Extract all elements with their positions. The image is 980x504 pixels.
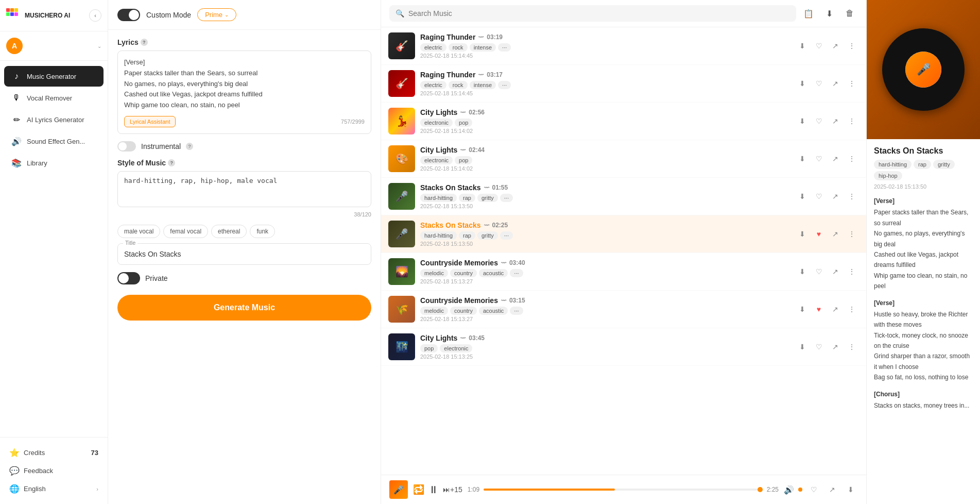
track-download-button[interactable]: ⬇: [795, 227, 810, 241]
track-share-button[interactable]: ↗: [828, 152, 843, 166]
waveform-icon: 〰: [501, 298, 506, 304]
track-item[interactable]: 🎤 Stacks On Stacks 〰 02:25 hard-hitting …: [381, 215, 866, 253]
track-share-button[interactable]: ↗: [828, 189, 843, 204]
track-more-button[interactable]: ⋮: [845, 152, 859, 166]
track-like-button[interactable]: ♥: [812, 302, 826, 316]
track-more-button[interactable]: ⋮: [845, 189, 859, 204]
track-item[interactable]: 🎸 Raging Thunder 〰 03:19 electric rock i…: [381, 27, 866, 65]
track-share-button[interactable]: ↗: [828, 340, 843, 354]
track-like-button[interactable]: ♡: [812, 152, 826, 166]
track-download-button[interactable]: ⬇: [795, 340, 810, 354]
tag-femal-vocal[interactable]: femal vocal: [163, 225, 208, 238]
track-more-button[interactable]: ⋮: [845, 114, 859, 128]
nav-item-library[interactable]: 📚 Library: [4, 153, 104, 173]
track-share-button[interactable]: ↗: [828, 264, 843, 279]
track-name: Stacks On Stacks 〰 01:55: [420, 183, 790, 192]
clipboard-icon[interactable]: 📋: [800, 5, 817, 22]
pause-button[interactable]: ⏸: [428, 484, 439, 496]
track-item[interactable]: 🌃 City Lights 〰 03:45 pop electronic 202…: [381, 328, 866, 366]
feedback-item[interactable]: 💬 Feedback: [4, 462, 104, 480]
repeat-button[interactable]: 🔁: [413, 484, 424, 495]
track-download-button[interactable]: ⬇: [795, 264, 810, 279]
track-share-button[interactable]: ↗: [828, 227, 843, 241]
track-more-button[interactable]: ⋮: [845, 302, 859, 316]
track-more-button[interactable]: ⋮: [845, 264, 859, 279]
track-tag: pop: [455, 119, 472, 127]
track-item[interactable]: 🎨 City Lights 〰 02:44 electronic pop 202…: [381, 140, 866, 178]
forward-button[interactable]: ⏭+15: [443, 485, 462, 494]
track-duration: 03:45: [469, 334, 485, 342]
tag-male-vocal[interactable]: male vocal: [117, 225, 160, 238]
progress-area: 1:09 2:25: [468, 486, 779, 493]
track-more-button[interactable]: ⋮: [845, 340, 859, 354]
credits-item[interactable]: ⭐ Credits 73: [4, 444, 104, 462]
track-more-button[interactable]: ⋮: [845, 227, 859, 241]
lyrics-box[interactable]: [Verse] Paper stacks taller than the Sea…: [117, 51, 371, 134]
nav-item-sound-effect[interactable]: 🔊 Sound Effect Gen...: [4, 131, 104, 152]
track-download-button[interactable]: ⬇: [795, 76, 810, 91]
volume-icon[interactable]: 🔊: [784, 485, 794, 495]
search-input[interactable]: [408, 9, 790, 18]
lyrics-line: Grind sharper than a razor, smooth it wh…: [874, 351, 973, 372]
track-download-button[interactable]: ⬇: [795, 39, 810, 53]
generate-music-button[interactable]: Generate Music: [117, 295, 371, 321]
track-share-button[interactable]: ↗: [828, 114, 843, 128]
track-like-button[interactable]: ♡: [812, 340, 826, 354]
track-share-button[interactable]: ↗: [828, 39, 843, 53]
track-like-button[interactable]: ♡: [812, 39, 826, 53]
right-tag: hip-hop: [874, 171, 902, 180]
track-more-button[interactable]: ⋮: [845, 39, 859, 53]
track-item[interactable]: 💃 City Lights 〰 02:56 electronic pop 202…: [381, 103, 866, 140]
title-input[interactable]: [118, 244, 371, 264]
nav-item-music-generator[interactable]: ♪ Music Generator: [4, 66, 104, 87]
track-item[interactable]: 🎸 Raging Thunder 〰 03:17 electric rock i…: [381, 65, 866, 103]
style-info-icon[interactable]: ?: [168, 159, 175, 166]
language-item[interactable]: 🌐 English ›: [4, 480, 104, 498]
track-like-button[interactable]: ♥: [812, 227, 826, 241]
track-share-button[interactable]: ↗: [828, 302, 843, 316]
nav-item-vocal-remover[interactable]: 🎙 Vocal Remover: [4, 88, 104, 108]
style-input[interactable]: hard-hitting, rap, hip-hop, male vocal: [117, 171, 371, 207]
delete-all-icon[interactable]: 🗑: [841, 5, 858, 22]
track-share-button[interactable]: ↗: [828, 76, 843, 91]
track-like-button[interactable]: ♡: [812, 76, 826, 91]
instrumental-info-icon[interactable]: ?: [186, 143, 193, 150]
progress-bar[interactable]: [484, 489, 763, 491]
track-download-button[interactable]: ⬇: [795, 114, 810, 128]
user-section[interactable]: A ⌄: [0, 31, 108, 61]
track-item[interactable]: 🎤 Stacks On Stacks 〰 01:55 hard-hitting …: [381, 178, 866, 215]
right-tag: rap: [914, 160, 931, 169]
prime-badge[interactable]: Prime ⌄: [197, 8, 236, 21]
tag-funk[interactable]: funk: [250, 225, 275, 238]
svg-rect-0: [6, 8, 10, 12]
instrumental-toggle[interactable]: [117, 141, 136, 152]
credits-count: 73: [91, 449, 98, 457]
player-share-button[interactable]: ↗: [825, 482, 839, 497]
lyrics-line: Stacks on stacks, money trees in...: [874, 400, 973, 411]
track-like-button[interactable]: ♡: [812, 264, 826, 279]
track-more-button[interactable]: ⋮: [845, 76, 859, 91]
custom-mode-toggle[interactable]: [117, 9, 140, 21]
player-like-button[interactable]: ♡: [806, 482, 821, 497]
track-date: 2025-02-18 15:14:45: [420, 90, 790, 96]
track-thumbnail: 🌾: [388, 296, 415, 323]
track-item[interactable]: 🌄 Countryside Memories 〰 03:40 melodic c…: [381, 253, 866, 291]
lyrical-assistant-button[interactable]: Lyrical Assistant: [124, 116, 176, 127]
download-all-icon[interactable]: ⬇: [821, 5, 837, 22]
track-tag: pop: [420, 344, 438, 352]
back-button[interactable]: ‹: [89, 9, 101, 22]
track-like-button[interactable]: ♡: [812, 189, 826, 204]
player-download-button[interactable]: ⬇: [844, 482, 858, 497]
lyrics-info-icon[interactable]: ?: [141, 39, 148, 46]
player-right: 🔊 ♡ ↗ ⬇: [784, 482, 858, 497]
track-download-button[interactable]: ⬇: [795, 189, 810, 204]
track-like-button[interactable]: ♡: [812, 114, 826, 128]
tag-ethereal[interactable]: ethereal: [211, 225, 247, 238]
private-toggle[interactable]: [117, 272, 140, 284]
track-download-button[interactable]: ⬇: [795, 152, 810, 166]
track-info: City Lights 〰 03:45 pop electronic 2025-…: [420, 334, 790, 360]
track-tag: rap: [459, 231, 475, 240]
track-download-button[interactable]: ⬇: [795, 302, 810, 316]
nav-item-ai-lyrics[interactable]: ✏ AI Lyrics Generator: [4, 109, 104, 130]
track-item[interactable]: 🌾 Countryside Memories 〰 03:15 melodic c…: [381, 291, 866, 328]
